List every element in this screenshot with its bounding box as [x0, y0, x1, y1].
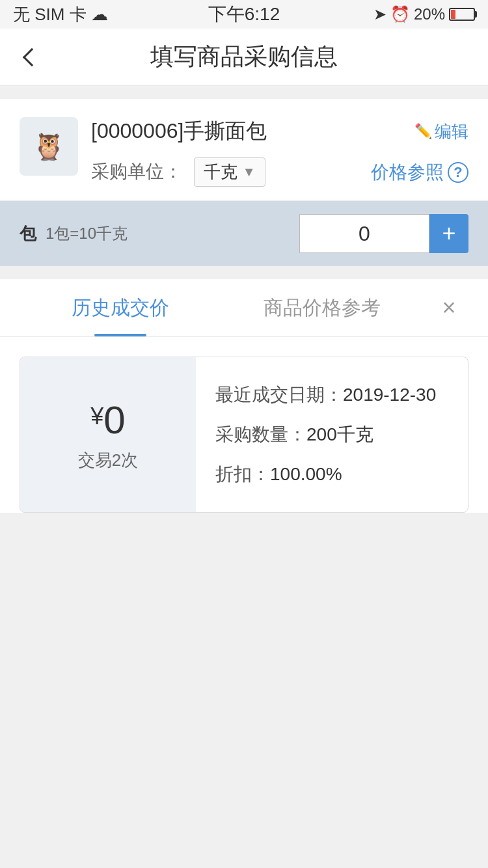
- history-card-left: ¥0 交易2次: [20, 357, 196, 512]
- quantity-plus-button[interactable]: +: [429, 214, 468, 253]
- price-ref-label: 价格参照: [371, 160, 444, 185]
- battery-percent: 20%: [414, 5, 445, 23]
- edit-label: 编辑: [435, 120, 468, 143]
- tabs-panel: 历史成交价 商品价格参考 × ¥0 交易2次 最近成交日期：2019-12-30…: [0, 279, 488, 513]
- discount-value: 100.00%: [270, 464, 342, 484]
- history-card-right: 最近成交日期：2019-12-30 采购数量：200千克 折扣：100.00%: [196, 357, 468, 512]
- purchase-quantity-value: 200千克: [306, 424, 373, 444]
- history-trade-count: 交易2次: [78, 449, 138, 472]
- status-bar-left: 无 SIM 卡 ☁: [13, 3, 108, 26]
- unit-select[interactable]: 千克 ▼: [194, 157, 265, 187]
- tab-history-price[interactable]: 历史成交价: [20, 279, 221, 336]
- price-ref-button[interactable]: 价格参照 ?: [371, 160, 468, 185]
- quantity-label: 包 1包=10千克: [20, 223, 128, 245]
- page-title: 填写商品采购信息: [150, 41, 338, 73]
- product-thumbnail: 🦉: [20, 117, 78, 176]
- product-logo-icon: 🦉: [33, 131, 65, 162]
- battery-icon: [449, 8, 475, 21]
- purchase-quantity-label: 采购数量：: [215, 424, 306, 444]
- battery-fill: [451, 10, 455, 19]
- status-bar-right: ➤ ⏰ 20%: [373, 5, 475, 23]
- edit-icon: ✏️: [414, 123, 432, 140]
- recent-date-label: 最近成交日期：: [215, 385, 343, 405]
- price-ref-help-icon: ?: [448, 162, 468, 183]
- unit-select-group: 采购单位： 千克 ▼: [91, 157, 265, 187]
- back-button[interactable]: [16, 41, 48, 74]
- signal-text: 无 SIM 卡 ☁: [13, 3, 108, 26]
- status-bar: 无 SIM 卡 ☁ 下午6:12 ➤ ⏰ 20%: [0, 0, 488, 29]
- price-value: 0: [103, 398, 125, 442]
- tabs-header: 历史成交价 商品价格参考 ×: [0, 279, 488, 337]
- product-title: [0000006]手撕面包: [91, 117, 267, 146]
- unit-value: 千克: [204, 161, 237, 183]
- recent-date-value: 2019-12-30: [343, 385, 436, 405]
- navigation-icon: ➤: [373, 5, 386, 23]
- quantity-sub-label: 1包=10千克: [46, 223, 128, 244]
- tab-history-label: 历史成交价: [72, 295, 169, 321]
- tab-product-price-ref[interactable]: 商品价格参考: [221, 279, 423, 336]
- unit-label: 采购单位：: [91, 161, 182, 182]
- dropdown-arrow-icon: ▼: [243, 165, 256, 180]
- history-price: ¥0: [90, 398, 125, 442]
- purchase-quantity-row: 采购数量：200千克: [215, 420, 448, 450]
- discount-row: 折扣：100.00%: [215, 460, 448, 489]
- product-header: 🦉 [0000006]手撕面包 ✏️ 编辑 采购单位： 千克 ▼: [20, 117, 468, 187]
- product-section: 🦉 [0000006]手撕面包 ✏️ 编辑 采购单位： 千克 ▼: [0, 99, 488, 200]
- status-bar-time: 下午6:12: [208, 2, 280, 27]
- alarm-icon: ⏰: [390, 5, 410, 23]
- bottom-fill: [0, 532, 488, 858]
- quantity-input-group: +: [299, 214, 468, 253]
- product-title-row: [0000006]手撕面包 ✏️ 编辑: [91, 117, 468, 146]
- quantity-unit-badge: 包: [20, 223, 36, 245]
- recent-date-row: 最近成交日期：2019-12-30: [215, 381, 448, 410]
- quantity-input[interactable]: [299, 214, 429, 253]
- edit-button[interactable]: ✏️ 编辑: [414, 120, 468, 143]
- tabs-close-button[interactable]: ×: [429, 288, 468, 327]
- back-arrow-icon: [23, 47, 41, 66]
- product-unit-row: 采购单位： 千克 ▼ 价格参照 ?: [91, 157, 468, 187]
- tab-price-ref-label: 商品价格参考: [264, 295, 381, 321]
- discount-label: 折扣：: [215, 464, 270, 484]
- currency-symbol: ¥: [90, 403, 103, 429]
- product-info: [0000006]手撕面包 ✏️ 编辑 采购单位： 千克 ▼ 价格参照 ?: [91, 117, 468, 187]
- history-card: ¥0 交易2次 最近成交日期：2019-12-30 采购数量：200千克 折扣：…: [20, 357, 468, 513]
- quantity-bar: 包 1包=10千克 +: [0, 201, 488, 266]
- nav-bar: 填写商品采购信息: [0, 29, 488, 86]
